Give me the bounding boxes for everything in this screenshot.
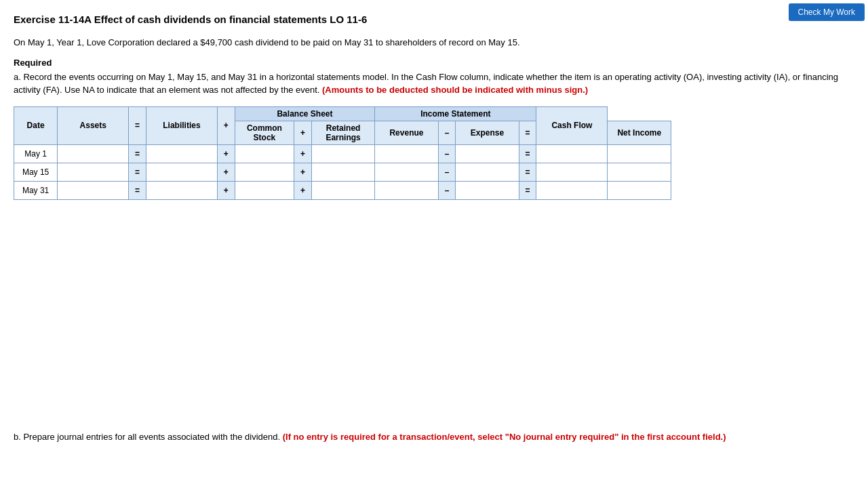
plus1-header: +	[218, 106, 235, 144]
table-input[interactable]	[60, 165, 125, 179]
revenue-header: Revenue	[375, 121, 438, 144]
check-my-work-button[interactable]: Check My Work	[789, 3, 865, 21]
required-label: Required	[14, 58, 854, 68]
table-row: May 15=++–=	[14, 163, 671, 181]
intro-text: On May 1, Year 1, Love Corporation decla…	[14, 36, 854, 49]
table-input[interactable]	[149, 165, 214, 179]
cash-flow-header: Cash Flow	[536, 106, 608, 144]
table-input[interactable]	[539, 165, 604, 179]
instruction-b-red: (If no entry is required for a transacti…	[283, 432, 726, 442]
retained-earnings-header: RetainedEarnings	[311, 121, 374, 144]
net-income-header: Net Income	[608, 121, 671, 144]
balance-sheet-group: Balance Sheet	[235, 106, 375, 121]
table-row: May 1=++–=	[14, 144, 671, 163]
minus-header: –	[438, 121, 456, 144]
instruction-b-plain: b. Prepare journal entries for all event…	[14, 432, 283, 442]
table-input[interactable]	[378, 147, 435, 161]
table-row: May 31=++–=	[14, 181, 671, 199]
date-header: Date	[14, 106, 58, 144]
table-input[interactable]	[610, 165, 668, 179]
table-input[interactable]	[610, 184, 668, 197]
table-input[interactable]	[378, 165, 435, 179]
table-input[interactable]	[458, 184, 515, 197]
table-input[interactable]	[378, 184, 435, 197]
plus2-header: +	[294, 121, 312, 144]
common-stock-header: CommonStock	[235, 121, 294, 144]
table-input[interactable]	[60, 184, 125, 197]
table-input[interactable]	[315, 184, 372, 197]
eq1-header: =	[129, 106, 146, 144]
table-input[interactable]	[238, 147, 292, 161]
table-input[interactable]	[458, 165, 515, 179]
table-input[interactable]	[238, 184, 292, 197]
table-input[interactable]	[610, 147, 668, 161]
table-input[interactable]	[539, 184, 604, 197]
table-input[interactable]	[238, 165, 292, 179]
instruction-b: b. Prepare journal entries for all event…	[14, 430, 854, 444]
table-input[interactable]	[315, 165, 372, 179]
page-title: Exercise 11-14A Effect of cash dividends…	[14, 14, 854, 25]
table-input[interactable]	[458, 147, 515, 161]
table-input[interactable]	[60, 147, 125, 161]
assets-header: Assets	[58, 106, 129, 144]
instruction-a-red: (Amounts to be deducted should be indica…	[322, 85, 588, 95]
liabilities-header: Liabilities	[146, 106, 217, 144]
table-input[interactable]	[149, 147, 214, 161]
expense-header: Expense	[456, 121, 519, 144]
table-input[interactable]	[149, 184, 214, 197]
instruction-a: a. Record the events occurring on May 1,…	[14, 70, 854, 97]
eq2-header: =	[519, 121, 536, 144]
income-statement-group: Income Statement	[375, 106, 536, 121]
horizontal-statements-table: Date Assets = Liabilities + Balance Shee…	[14, 106, 671, 200]
table-input[interactable]	[539, 147, 604, 161]
table-input[interactable]	[315, 147, 372, 161]
